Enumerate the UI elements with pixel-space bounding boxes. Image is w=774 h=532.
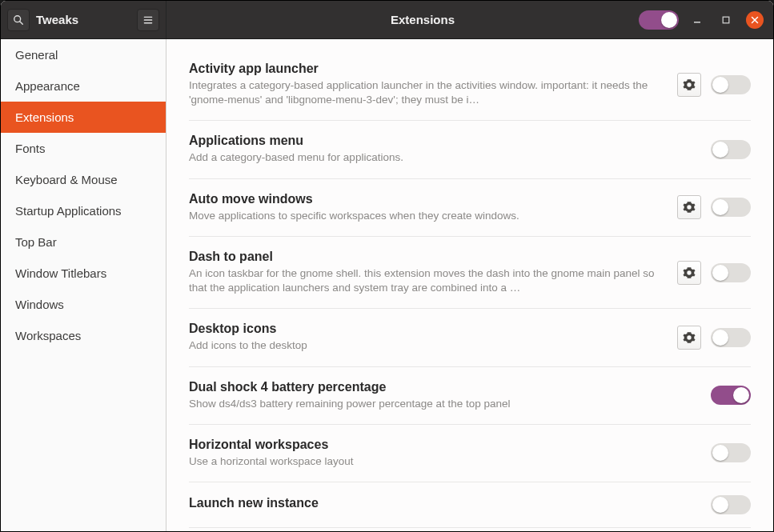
window-controls: [679, 1, 773, 38]
extensions-list: Activity app launcherIntegrates a catego…: [166, 39, 773, 528]
sidebar-item-label: Startup Applications: [15, 204, 122, 218]
extension-description: Move applications to specific workspaces…: [189, 209, 668, 223]
sidebar: GeneralAppearanceExtensionsFontsKeyboard…: [1, 39, 166, 531]
extension-text: Launch new instance: [189, 496, 701, 513]
titlebar-center: Extensions: [166, 1, 679, 38]
svg-rect-4: [144, 22, 153, 22]
extension-description: An icon taskbar for the gnome shell. thi…: [189, 266, 668, 295]
extension-description: Show ds4/ds3 battery remaining power per…: [189, 397, 701, 411]
body: GeneralAppearanceExtensionsFontsKeyboard…: [1, 39, 773, 531]
minimize-button[interactable]: [688, 11, 706, 29]
svg-rect-3: [144, 19, 153, 20]
extension-text: Desktop iconsAdd icons to the desktop: [189, 322, 668, 353]
extensions-master-switch[interactable]: [639, 10, 679, 30]
extension-row-dash-to-panel: Dash to panelAn icon taskbar for the gno…: [189, 237, 751, 309]
extension-description: Integrates a category-based application …: [189, 78, 668, 107]
extension-toggle[interactable]: [711, 328, 751, 347]
sidebar-item-label: Appearance: [15, 79, 80, 93]
svg-line-1: [20, 21, 23, 24]
sidebar-item-label: Fonts: [15, 142, 46, 155]
titlebar: Tweaks Extensions: [1, 1, 773, 39]
extension-text: Horizontal workspacesUse a horizontal wo…: [189, 438, 701, 469]
gear-icon: [683, 201, 696, 214]
extension-title: Launch new instance: [189, 496, 701, 510]
extension-settings-button[interactable]: [677, 195, 701, 219]
sidebar-item-startup-applications[interactable]: Startup Applications: [1, 195, 166, 226]
app-window: Tweaks Extensions: [0, 0, 774, 532]
sidebar-item-label: Top Bar: [15, 235, 57, 249]
extensions-master-switch-wrap: [639, 10, 679, 30]
extension-settings-button[interactable]: [677, 326, 701, 350]
extension-toggle[interactable]: [711, 263, 751, 282]
gear-icon: [683, 78, 696, 91]
minimize-icon: [693, 16, 701, 24]
hamburger-icon: [142, 14, 154, 26]
sidebar-item-keyboard-mouse[interactable]: Keyboard & Mouse: [1, 164, 166, 195]
page-title: Extensions: [391, 13, 455, 26]
extension-toggle[interactable]: [711, 386, 751, 405]
app-menu-button[interactable]: [137, 9, 159, 31]
extension-description: Add icons to the desktop: [189, 338, 668, 353]
sidebar-item-label: Window Titlebars: [15, 266, 106, 280]
extension-row-activity-app-launcher: Activity app launcherIntegrates a catego…: [189, 52, 751, 121]
close-button[interactable]: [746, 11, 764, 29]
extension-title: Dual shock 4 battery percentage: [189, 380, 701, 394]
sidebar-item-label: Extensions: [15, 110, 74, 124]
titlebar-left: Tweaks: [1, 1, 166, 38]
sidebar-item-label: Workspaces: [15, 329, 81, 342]
extension-settings-button[interactable]: [677, 261, 701, 285]
extension-description: Use a horizontal workspace layout: [189, 454, 701, 469]
extension-row-dual-shock-4-battery-percentage: Dual shock 4 battery percentageShow ds4/…: [189, 367, 751, 425]
sidebar-item-top-bar[interactable]: Top Bar: [1, 226, 166, 258]
search-button[interactable]: [7, 9, 30, 31]
extension-row-desktop-icons: Desktop iconsAdd icons to the desktop: [189, 309, 751, 366]
svg-rect-2: [144, 16, 153, 17]
close-icon: [751, 16, 759, 24]
extension-title: Horizontal workspaces: [189, 438, 701, 452]
extension-row-auto-move-windows: Auto move windowsMove applications to sp…: [189, 179, 751, 237]
extension-title: Auto move windows: [189, 192, 668, 206]
sidebar-item-extensions[interactable]: Extensions: [1, 102, 166, 133]
sidebar-item-windows[interactable]: Windows: [1, 289, 166, 320]
sidebar-item-label: Keyboard & Mouse: [15, 173, 118, 186]
maximize-icon: [722, 16, 730, 24]
extension-settings-button[interactable]: [677, 73, 701, 97]
extension-title: Activity app launcher: [189, 62, 668, 76]
extension-title: Desktop icons: [189, 322, 668, 336]
app-title: Tweaks: [36, 13, 78, 26]
gear-icon: [683, 331, 696, 344]
extension-row-horizontal-workspaces: Horizontal workspacesUse a horizontal wo…: [189, 425, 751, 482]
sidebar-item-appearance[interactable]: Appearance: [1, 70, 166, 102]
extension-text: Dual shock 4 battery percentageShow ds4/…: [189, 380, 701, 411]
extension-row-applications-menu: Applications menuAdd a category-based me…: [189, 121, 751, 178]
sidebar-item-general[interactable]: General: [1, 39, 166, 70]
extension-title: Dash to panel: [189, 250, 668, 264]
extension-description: Add a category-based menu for applicatio…: [189, 150, 701, 165]
extension-row-launch-new-instance: Launch new instance: [189, 482, 751, 528]
extension-text: Auto move windowsMove applications to sp…: [189, 192, 668, 223]
sidebar-item-fonts[interactable]: Fonts: [1, 133, 166, 164]
sidebar-item-window-titlebars[interactable]: Window Titlebars: [1, 258, 166, 289]
svg-rect-5: [694, 22, 700, 23]
gear-icon: [683, 266, 696, 279]
search-icon: [13, 14, 24, 26]
extension-toggle[interactable]: [711, 75, 751, 94]
extension-toggle[interactable]: [711, 443, 751, 462]
svg-rect-6: [723, 17, 729, 23]
extension-title: Applications menu: [189, 134, 701, 148]
sidebar-item-label: General: [15, 48, 58, 62]
extension-toggle[interactable]: [711, 495, 751, 514]
sidebar-item-label: Windows: [15, 298, 64, 311]
extension-toggle[interactable]: [711, 140, 751, 159]
maximize-button[interactable]: [717, 11, 735, 29]
content: Activity app launcherIntegrates a catego…: [166, 39, 773, 531]
sidebar-item-workspaces[interactable]: Workspaces: [1, 320, 166, 351]
extension-toggle[interactable]: [711, 198, 751, 217]
extension-text: Dash to panelAn icon taskbar for the gno…: [189, 250, 668, 295]
extension-text: Applications menuAdd a category-based me…: [189, 134, 701, 165]
extension-text: Activity app launcherIntegrates a catego…: [189, 62, 668, 107]
